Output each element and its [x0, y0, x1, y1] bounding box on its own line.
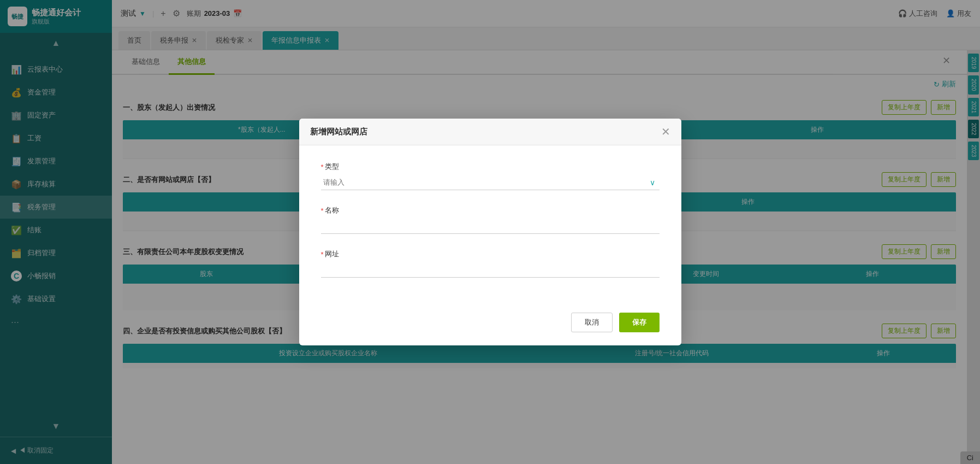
url-label: * 网址 — [321, 249, 660, 259]
type-input[interactable] — [321, 175, 660, 190]
form-row-type: * 类型 ∨ — [321, 162, 660, 190]
modal-body: * 类型 ∨ * 名称 * 网址 — [299, 145, 681, 304]
type-select-wrapper: ∨ — [321, 175, 660, 190]
name-input[interactable] — [321, 219, 660, 234]
modal-footer: 取消 保存 — [299, 304, 681, 345]
form-row-name: * 名称 — [321, 205, 660, 234]
modal-overlay: 新增网站或网店 ✕ * 类型 ∨ * 名称 — [0, 0, 980, 464]
modal-close-btn[interactable]: ✕ — [661, 126, 670, 137]
url-input[interactable] — [321, 262, 660, 278]
modal-title: 新增网站或网店 — [310, 127, 367, 137]
cancel-btn[interactable]: 取消 — [571, 313, 613, 332]
modal-header: 新增网站或网店 ✕ — [299, 119, 681, 145]
type-label: * 类型 — [321, 162, 660, 172]
save-btn[interactable]: 保存 — [619, 313, 660, 332]
modal-add-website: 新增网站或网店 ✕ * 类型 ∨ * 名称 — [299, 119, 681, 345]
name-label: * 名称 — [321, 205, 660, 215]
form-row-url: * 网址 — [321, 249, 660, 278]
